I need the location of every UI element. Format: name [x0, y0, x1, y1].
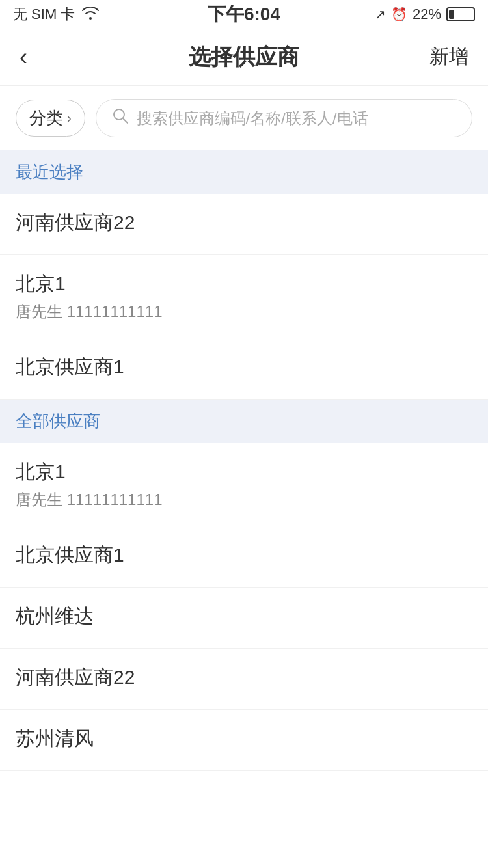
item-name: 苏州清风 — [16, 726, 472, 752]
status-time: 下午6:04 — [208, 2, 280, 27]
alarm-icon: ⏰ — [391, 7, 407, 22]
list-item[interactable]: 北京供应商1 — [0, 338, 488, 400]
list-item[interactable]: 杭州维达 — [0, 588, 488, 649]
item-name: 杭州维达 — [16, 603, 472, 630]
status-left: 无 SIM 卡 — [13, 5, 100, 24]
recent-section-title: 最近选择 — [16, 162, 83, 182]
page-title: 选择供应商 — [189, 42, 299, 72]
list-item[interactable]: 北京供应商1 — [0, 526, 488, 588]
category-label: 分类 — [29, 107, 63, 129]
search-icon — [112, 107, 129, 129]
status-right: ↗ ⏰ 22% — [375, 6, 475, 23]
battery-icon — [446, 7, 475, 21]
back-button[interactable]: ‹ — [20, 44, 59, 71]
all-section-title: 全部供应商 — [16, 411, 100, 431]
item-name: 北京供应商1 — [16, 354, 472, 381]
no-sim-label: 无 SIM 卡 — [13, 5, 75, 24]
new-add-button[interactable]: 新增 — [429, 44, 468, 70]
nav-bar: ‹ 选择供应商 新增 — [0, 29, 488, 86]
list-item[interactable]: 河南供应商22 — [0, 194, 488, 255]
search-placeholder: 搜索供应商编码/名称/联系人/电话 — [137, 108, 368, 129]
recent-items-list: 河南供应商22 北京1 唐先生 11111111111 北京供应商1 — [0, 194, 488, 400]
status-bar: 无 SIM 卡 下午6:04 ↗ ⏰ 22% — [0, 0, 488, 29]
battery-percent: 22% — [413, 6, 441, 23]
all-section-header: 全部供应商 — [0, 400, 488, 443]
item-contact: 唐先生 11111111111 — [16, 301, 472, 322]
location-icon: ↗ — [375, 7, 386, 22]
search-box[interactable]: 搜索供应商编码/名称/联系人/电话 — [96, 99, 472, 137]
item-contact: 唐先生 11111111111 — [16, 489, 472, 510]
all-items-list: 北京1 唐先生 11111111111 北京供应商1 杭州维达 河南供应商22 … — [0, 443, 488, 771]
list-item[interactable]: 苏州清风 — [0, 710, 488, 771]
category-button[interactable]: 分类 › — [16, 100, 85, 137]
item-name: 北京1 — [16, 271, 472, 297]
list-item[interactable]: 河南供应商22 — [0, 649, 488, 710]
list-item[interactable]: 北京1 唐先生 11111111111 — [0, 255, 488, 338]
item-name: 北京1 — [16, 459, 472, 485]
item-name: 河南供应商22 — [16, 210, 472, 236]
recent-section-header: 最近选择 — [0, 150, 488, 194]
category-arrow-icon: › — [67, 111, 72, 126]
filter-bar: 分类 › 搜索供应商编码/名称/联系人/电话 — [0, 86, 488, 150]
svg-line-1 — [123, 118, 128, 123]
item-name: 河南供应商22 — [16, 664, 472, 691]
wifi-icon — [81, 5, 100, 23]
item-name: 北京供应商1 — [16, 542, 472, 569]
list-item[interactable]: 北京1 唐先生 11111111111 — [0, 443, 488, 526]
